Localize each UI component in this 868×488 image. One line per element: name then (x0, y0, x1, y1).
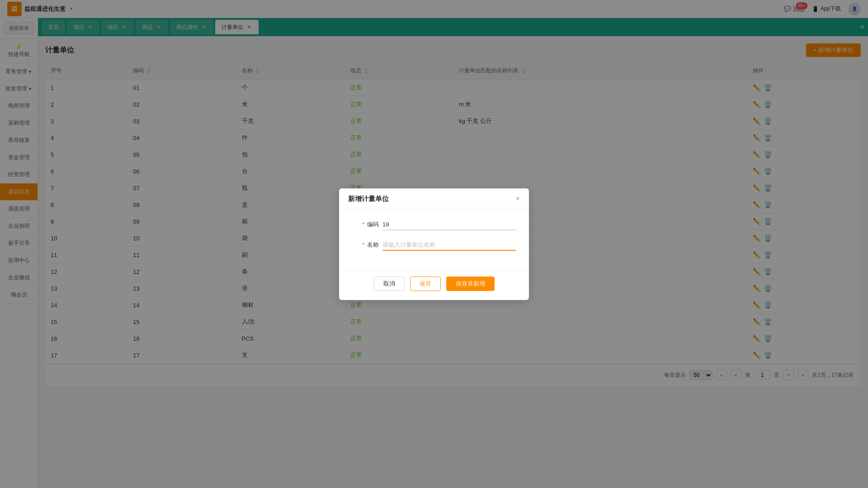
name-label: * 名称 (352, 241, 379, 249)
save-and-new-button[interactable]: 保存并新增 (446, 277, 495, 291)
code-input[interactable] (382, 219, 516, 230)
cancel-button[interactable]: 取消 (374, 277, 405, 291)
modal-overlay[interactable]: 新增计量单位 × * 编码 * 名称 取消 保存 保存并新增 (0, 0, 868, 488)
modal-body: * 编码 * 名称 (339, 208, 529, 271)
modal-close-btn[interactable]: × (516, 195, 520, 203)
save-button[interactable]: 保存 (410, 277, 441, 291)
name-form-row: * 名称 (352, 239, 516, 251)
modal-title: 新增计量单位 (348, 195, 389, 203)
code-label: * 编码 (352, 221, 379, 229)
code-form-row: * 编码 (352, 219, 516, 230)
modal-header: 新增计量单位 × (339, 188, 529, 208)
add-unit-modal: 新增计量单位 × * 编码 * 名称 取消 保存 保存并新增 (339, 188, 529, 300)
modal-footer: 取消 保存 保存并新增 (339, 271, 529, 300)
name-input[interactable] (382, 239, 516, 251)
